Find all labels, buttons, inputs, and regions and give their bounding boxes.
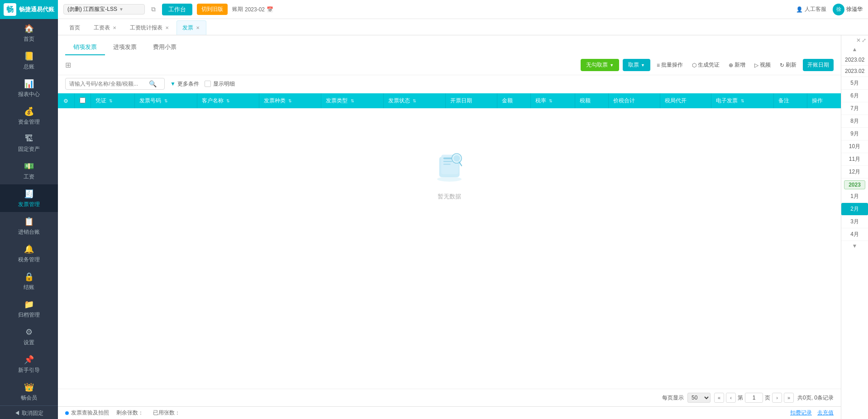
tab-home-label: 首页: [69, 24, 80, 32]
page-label-2: 页: [765, 394, 770, 402]
sidebar-icon-settings: ⚙: [25, 327, 33, 337]
open-period-button[interactable]: 开账日期: [803, 59, 834, 71]
sidebar-item-tax[interactable]: 🔔税务管理: [0, 240, 58, 267]
sidebar-item-guide[interactable]: 📌新手引导: [0, 350, 58, 378]
grid-settings-icon[interactable]: ⊞: [65, 61, 71, 69]
video-button[interactable]: ▷ 视频: [752, 59, 773, 71]
invoice-data-table: ⚙ 凭证 ⇅ 发票号码 ⇅ 客户名称 ⇅ 发票种类 ⇅ 发票类型 ⇅ 发票状态 …: [58, 93, 841, 108]
date-2023-item-2月[interactable]: 2月: [841, 203, 868, 216]
tab-invoice[interactable]: 发票 ✕: [176, 20, 206, 35]
toolbar-right: 无勾取票 ▼ 取票 ▼ ≡ 批量操作 ⬡ 生成凭证: [581, 59, 834, 71]
page-size-dropdown[interactable]: 50 10 20 100: [687, 393, 711, 403]
sidebar-item-member[interactable]: 👑畅会员: [0, 378, 58, 405]
copy-icon[interactable]: ⧉: [149, 5, 157, 14]
date-item-10月[interactable]: 10月: [841, 140, 868, 153]
sidebar-collapse-btn[interactable]: ◀ 取消固定: [0, 406, 58, 419]
sidebar-item-settings[interactable]: ⚙设置: [0, 323, 58, 350]
date-item-9月[interactable]: 9月: [841, 128, 868, 140]
sidebar-item-salary[interactable]: 💵工资: [0, 157, 58, 184]
show-detail-checkbox[interactable]: [205, 81, 211, 87]
page-input[interactable]: [745, 393, 763, 403]
sidebar-label-funds: 资金管理: [18, 118, 40, 126]
date-panel-expand-icon[interactable]: ⤢: [862, 37, 866, 43]
search-input[interactable]: [69, 81, 146, 87]
sub-tab-expense[interactable]: 费用小票: [145, 40, 185, 55]
show-detail-toggle[interactable]: 显示明细: [205, 80, 235, 88]
search-box: 🔍: [65, 78, 165, 90]
sidebar-item-ledger[interactable]: 📒总账: [0, 47, 58, 74]
refresh-icon: ↻: [780, 62, 784, 68]
sidebar-label-reports: 报表中心: [18, 91, 40, 98]
fee-record-link[interactable]: 扣费记录: [790, 409, 812, 417]
prev-page-button[interactable]: ‹: [726, 393, 736, 403]
date-item-5月[interactable]: 5月: [841, 77, 868, 90]
customer-service[interactable]: 👤 人工客服: [796, 5, 826, 13]
sub-tab-outgoing[interactable]: 销项发票: [65, 40, 105, 55]
last-page-button[interactable]: »: [784, 393, 794, 403]
date-item-8月[interactable]: 8月: [841, 115, 868, 128]
tab-salary-close[interactable]: ✕: [113, 25, 116, 30]
sidebar-item-assets[interactable]: 🏗固定资产: [0, 130, 58, 157]
topbar: (勿删) 江西服宝-LSS ▼ ⧉ 工作台 切到旧版 账期 2023-02 📅 …: [58, 0, 868, 19]
refresh-button[interactable]: ↻ 刷新: [777, 59, 799, 71]
tab-salary[interactable]: 工资表 ✕: [88, 20, 123, 35]
invoice-table: ⚙ 凭证 ⇅ 发票号码 ⇅ 客户名称 ⇅ 发票种类 ⇅ 发票类型 ⇅ 发票状态 …: [58, 93, 841, 389]
tab-salary-stats-close[interactable]: ✕: [165, 25, 169, 30]
sidebar-item-sales[interactable]: 📋进销台账: [0, 212, 58, 240]
switch-version-button[interactable]: 切到旧版: [197, 4, 228, 15]
tab-home[interactable]: 首页: [63, 20, 87, 35]
date-2023-item-4月[interactable]: 4月: [841, 228, 868, 241]
period-info: 账期 2023-02 📅: [232, 5, 273, 13]
date-item-2023-02-second[interactable]: 2023.02: [841, 66, 868, 77]
date-nav-up[interactable]: ▲: [841, 44, 868, 54]
calendar-icon[interactable]: 📅: [267, 6, 273, 13]
date-item-6月[interactable]: 6月: [841, 90, 868, 102]
no-deduct-button[interactable]: 无勾取票 ▼: [581, 59, 619, 71]
sidebar-item-reports[interactable]: 📊报表中心: [0, 74, 58, 102]
sidebar-icon-reports: 📊: [24, 79, 34, 89]
date-panel-close-icon[interactable]: ✕: [856, 37, 861, 43]
date-panel: ✕ ⤢ ▲ 2023.02 2023.02 5月6月7月8月9月10月11月12…: [841, 35, 868, 419]
user-profile[interactable]: 徐 徐溢华: [833, 4, 863, 15]
empty-icon: [429, 144, 470, 185]
date-2023-item-3月[interactable]: 3月: [841, 216, 868, 228]
search-icon[interactable]: 🔍: [149, 80, 157, 87]
date-item-2023-02-first[interactable]: 2023.02: [841, 54, 868, 66]
recharge-link[interactable]: 去充值: [817, 409, 834, 417]
sidebar-label-close: 结账: [24, 284, 34, 291]
col-tax-code: 税局代开: [660, 93, 711, 108]
sidebar-item-home[interactable]: 🏠首页: [0, 19, 58, 47]
date-2023-item-1月[interactable]: 1月: [841, 190, 868, 203]
date-item-7月[interactable]: 7月: [841, 102, 868, 115]
toolbar: ⊞ 无勾取票 ▼ 取票 ▼ ≡ 批量操作 ⬡: [58, 55, 841, 75]
sidebar-item-funds[interactable]: 💰资金管理: [0, 102, 58, 130]
date-nav-down[interactable]: ▼: [841, 241, 868, 251]
col-settings[interactable]: ⚙: [58, 93, 74, 108]
company-selector[interactable]: (勿删) 江西服宝-LSS ▼: [63, 4, 145, 14]
gen-voucher-button[interactable]: ⬡ 生成凭证: [689, 59, 722, 71]
sidebar-item-invoice[interactable]: 🧾发票管理: [0, 184, 58, 212]
next-page-button[interactable]: ›: [772, 393, 782, 403]
date-item-11月[interactable]: 11月: [841, 153, 868, 166]
open-period-label: 开账日期: [807, 61, 829, 69]
tab-salary-stats[interactable]: 工资统计报表 ✕: [124, 20, 176, 35]
video-icon: ▷: [754, 62, 758, 68]
select-all-checkbox[interactable]: [80, 97, 86, 103]
workspace-button[interactable]: 工作台: [162, 4, 192, 15]
first-page-button[interactable]: «: [714, 393, 724, 403]
invoice-check-dot: [65, 411, 69, 415]
deduct-button[interactable]: 取票 ▼: [623, 59, 650, 71]
col-remark: 备注: [773, 93, 807, 108]
invoice-check-item: 发票查验及拍照: [65, 409, 109, 417]
show-detail-label: 显示明细: [213, 80, 235, 88]
col-check[interactable]: [74, 93, 91, 108]
sidebar-label-salary: 工资: [24, 173, 34, 181]
tab-invoice-close[interactable]: ✕: [196, 25, 200, 30]
batch-op-button[interactable]: ≡ 批量操作: [654, 59, 686, 71]
more-conditions-button[interactable]: ▼ 更多条件: [170, 80, 199, 88]
date-item-12月[interactable]: 12月: [841, 166, 868, 178]
new-button[interactable]: ⊕ 新增: [726, 59, 748, 71]
sidebar-item-archive[interactable]: 📁归档管理: [0, 295, 58, 323]
sidebar-item-close[interactable]: 🔒结账: [0, 267, 58, 295]
sub-tab-incoming[interactable]: 进项发票: [105, 40, 145, 55]
